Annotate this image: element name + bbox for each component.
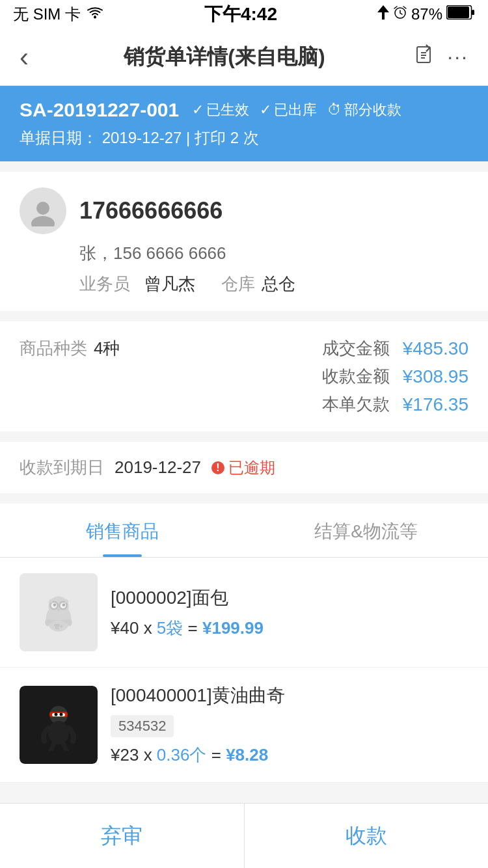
price-amount-2: ¥23 — [111, 745, 139, 765]
product-price-1: ¥40 x 5袋 = ¥199.99 — [111, 617, 468, 640]
overdue-badge: ! 已逾期 — [211, 457, 275, 478]
due-date-section: 收款到期日 2019-12-27 ! 已逾期 — [0, 442, 488, 493]
product-type-value: 4种 — [94, 337, 120, 360]
order-number: SA-20191227-001 — [20, 99, 179, 121]
product-image-1: 管+ — [20, 573, 98, 651]
order-header: SA-20191227-001 ✓ 已生效 ✓ 已出库 ⏱ 部分收款 单据日期：… — [0, 86, 488, 161]
wifi-icon — [86, 5, 104, 23]
product-image-2 — [20, 686, 98, 764]
x-separator-1: x — [144, 618, 157, 638]
deal-value: ¥485.30 — [403, 338, 468, 359]
order-date: 单据日期： 2019-12-27 | 打印 2 次 — [20, 128, 468, 148]
product-info-1: [0000002]面包 ¥40 x 5袋 = ¥199.99 — [111, 586, 468, 640]
price-total-2: ¥8.28 — [226, 745, 268, 765]
confirm-button[interactable]: 收款 — [245, 804, 489, 868]
product-name-1: [0000002]面包 — [111, 586, 468, 610]
svg-rect-22 — [52, 713, 65, 716]
alarm-icon — [393, 5, 407, 23]
svg-point-23 — [55, 713, 58, 716]
product-type-item: 商品种类 4种 — [20, 337, 120, 360]
back-button[interactable]: ‹ — [20, 42, 59, 73]
customer-top: 17666666666 — [20, 187, 468, 234]
summary-left: 商品种类 4种 — [20, 337, 120, 360]
status-right: 87% — [377, 5, 475, 23]
deal-label: 成交金额 — [322, 337, 390, 360]
deal-amount-row: 成交金额 ¥485.30 — [322, 337, 468, 360]
status-badge-shipped: ✓ 已出库 — [260, 100, 317, 120]
product-info-2: [000400001]黄油曲奇 534532 ¥23 x 0.36个 = ¥8.… — [111, 683, 468, 766]
status-badge-effective: ✓ 已生效 — [192, 100, 249, 120]
svg-text:管+: 管+ — [54, 623, 63, 630]
more-icon[interactable]: ··· — [447, 45, 468, 69]
overdue-dot-icon: ! — [211, 461, 224, 474]
price-amount-1: ¥40 — [111, 618, 139, 638]
svg-point-9 — [36, 202, 49, 215]
owed-label: 本单欠款 — [322, 393, 390, 416]
product-code-2: [000400001] — [111, 685, 212, 705]
product-type-label: 商品种类 — [20, 337, 87, 360]
product-price-2: ¥23 x 0.36个 = ¥8.28 — [111, 744, 468, 766]
due-date-label: 收款到期日 — [20, 456, 104, 479]
product-list: 管+ [0000002]面包 ¥40 x 5袋 = ¥199.99 — [0, 558, 488, 783]
sales-label: 业务员 曾凡杰 — [79, 273, 195, 295]
warehouse-name: 总仓 — [262, 273, 295, 295]
warehouse-label: 仓库 — [221, 273, 255, 295]
svg-point-17 — [53, 603, 56, 606]
nav-actions: ··· — [390, 44, 468, 70]
svg-rect-4 — [472, 10, 474, 15]
location-icon — [377, 5, 389, 23]
status-shipped-label: 已出库 — [274, 100, 317, 120]
tab-sales-products[interactable]: 销售商品 — [0, 504, 244, 557]
check-icon-2: ✓ — [260, 102, 271, 118]
product-code-1: [0000002] — [111, 588, 192, 608]
equals-1: = — [188, 618, 202, 638]
received-label: 收款金额 — [322, 365, 390, 388]
order-status-badges: ✓ 已生效 ✓ 已出库 ⏱ 部分收款 — [192, 100, 401, 120]
svg-point-24 — [60, 713, 63, 716]
tabs-header: 销售商品 结算&物流等 — [0, 504, 488, 558]
bottom-bar: 弃审 收款 — [0, 803, 488, 868]
status-partial-label: 部分收款 — [344, 100, 401, 120]
svg-point-0 — [94, 16, 96, 19]
sales-name: 曾凡杰 — [144, 274, 195, 293]
equals-2: = — [211, 745, 226, 765]
date-value: 2019-12-27 — [102, 129, 182, 146]
date-label: 单据日期： — [20, 129, 98, 146]
battery-icon — [446, 5, 475, 23]
share-icon[interactable] — [413, 44, 434, 70]
status-time: 下午4:42 — [204, 2, 277, 27]
status-left: 无 SIM 卡 — [13, 4, 104, 25]
avatar — [20, 187, 66, 234]
price-total-1: ¥199.99 — [202, 618, 264, 638]
owed-value: ¥176.35 — [403, 394, 468, 415]
cancel-button[interactable]: 弃审 — [0, 804, 245, 868]
price-qty-1: 5袋 — [157, 618, 183, 638]
svg-point-18 — [62, 603, 65, 606]
sim-text: 无 SIM 卡 — [13, 4, 81, 25]
due-date-value: 2019-12-27 — [115, 457, 201, 478]
clock-icon: ⏱ — [327, 102, 342, 118]
tab-settlement[interactable]: 结算&物流等 — [244, 504, 488, 557]
status-effective-label: 已生效 — [206, 100, 249, 120]
nav-bar: ‹ 销货单详情(来自电脑) ··· — [0, 29, 488, 86]
product-tag-label-2: 534532 — [111, 715, 174, 737]
product-title-2: 黄油曲奇 — [212, 685, 285, 705]
received-amount-row: 收款金额 ¥308.95 — [322, 365, 468, 388]
customer-info: 张，156 6666 6666 — [20, 242, 468, 265]
customer-name: 17666666666 — [79, 197, 223, 224]
print-text: | 打印 2 次 — [186, 129, 259, 146]
check-icon-1: ✓ — [192, 102, 204, 118]
summary-section: 商品种类 4种 成交金额 ¥485.30 收款金额 ¥308.95 本单欠款 ¥… — [0, 321, 488, 431]
svg-rect-3 — [448, 7, 469, 18]
customer-section: 17666666666 张，156 6666 6666 业务员 曾凡杰 仓库 总… — [0, 172, 488, 311]
customer-meta: 业务员 曾凡杰 仓库 总仓 — [20, 273, 468, 295]
price-qty-2: 0.36个 — [157, 745, 207, 765]
received-value: ¥308.95 — [403, 366, 468, 387]
owed-amount-row: 本单欠款 ¥176.35 — [322, 393, 468, 416]
page-title: 销货单详情(来自电脑) — [59, 43, 390, 72]
status-bar: 无 SIM 卡 下午4:42 87% — [0, 0, 488, 29]
svg-point-10 — [31, 216, 55, 226]
product-title-1: 面包 — [192, 588, 228, 608]
list-item: [000400001]黄油曲奇 534532 ¥23 x 0.36个 = ¥8.… — [0, 668, 488, 783]
status-badge-partial: ⏱ 部分收款 — [327, 100, 401, 120]
